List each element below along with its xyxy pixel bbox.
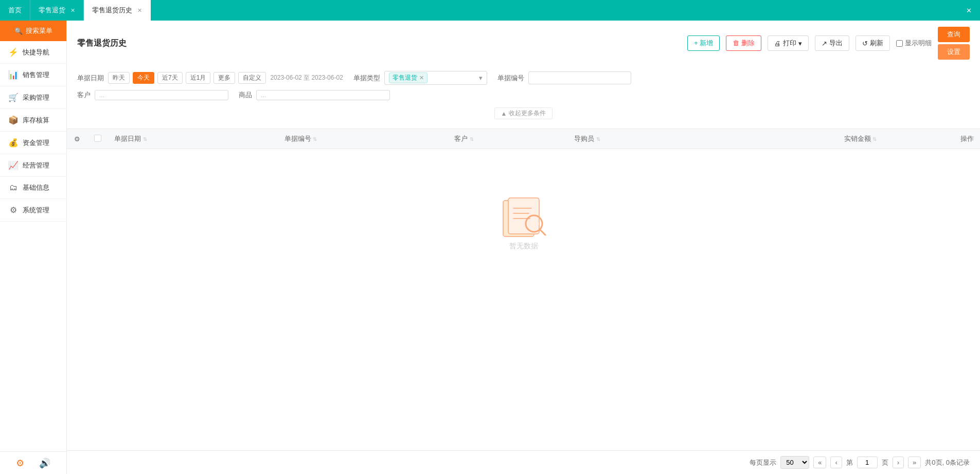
tab-retail-return-history[interactable]: 零售退货历史 ✕ [84,0,151,21]
sidebar-item-operations-label: 经营管理 [23,161,49,170]
date-filter-label: 单据日期 [77,74,104,83]
th-check[interactable] [87,129,108,149]
page-title: 零售退货历史 [77,38,127,49]
sidebar-item-quick-nav-label: 快捷导航 [23,48,49,57]
export-icon: ↗ [822,40,827,47]
total-label: 共0页, 0条记录 [925,458,970,467]
table-body: 暂无数据 [67,149,980,293]
th-customer[interactable]: 客户 [448,129,568,149]
sidebar-item-sales-label: 销售管理 [23,70,49,80]
table-header-row: ⚙ 单据日期 单据编号 客户 [67,129,980,149]
doc-type-input[interactable]: 零售退货 ✕ ▾ [384,71,487,85]
sidebar-item-quick-nav[interactable]: ⚡ 快捷导航 [0,41,66,64]
page-unit: 页 [882,458,888,467]
select-all-checkbox[interactable] [94,135,101,142]
date-btn-today[interactable]: 今天 [133,72,154,84]
refresh-button[interactable]: ↺ 刷新 [856,35,890,51]
tab-retail-return-history-close[interactable]: ✕ [137,7,142,14]
th-doc-date[interactable]: 单据日期 [108,129,278,149]
empty-text: 暂无数据 [509,242,538,251]
sidebar-search-label: 搜索菜单 [26,26,52,35]
show-detail-label: 显示明细 [905,39,932,48]
collapse-icon: ▲ [501,110,507,117]
sidebar: 🔍 搜索菜单 ⚡ 快捷导航 📊 销售管理 🛒 采购管理 📦 库存核算 💰 [0,21,67,474]
volume-icon[interactable]: 🔊 [39,458,50,469]
date-btn-custom[interactable]: 自定义 [238,72,266,84]
last-page-button[interactable]: » [908,457,921,468]
doc-type-tag-close[interactable]: ✕ [419,75,424,81]
date-btn-1month[interactable]: 近1月 [186,72,211,84]
sidebar-item-sys-mgmt[interactable]: ⚙ 系统管理 [0,199,66,222]
doc-number-filter: 单据编号 [497,71,631,84]
collapse-button[interactable]: ▲ 收起更多条件 [494,107,553,119]
sidebar-item-basic-info[interactable]: 🗂 基础信息 [0,177,66,199]
page-number-input[interactable] [857,457,878,468]
search-icon: 🔍 [14,27,23,35]
sidebar-item-purchase-mgmt[interactable]: 🛒 采购管理 [0,86,66,109]
th-actual-amount[interactable]: 实销金额 [713,129,883,149]
doc-number-input[interactable] [528,71,631,84]
tab-home[interactable]: 首页 [0,0,30,21]
goods-label: 商品 [239,90,252,100]
date-btn-more[interactable]: 更多 [213,72,235,84]
date-btn-7days[interactable]: 近7天 [157,72,183,84]
empty-cell: 暂无数据 [67,149,980,293]
th-doc-date-label: 单据日期 [114,135,141,142]
sidebar-item-inventory[interactable]: 📦 库存核算 [0,109,66,132]
operations-icon: 📈 [8,160,19,170]
empty-row: 暂无数据 [67,149,980,293]
settings-button[interactable]: 设置 [938,44,970,60]
sidebar-item-basic-info-label: 基础信息 [23,183,49,192]
th-operation-label: 操作 [960,135,974,142]
date-btn-yesterday[interactable]: 昨天 [108,72,130,84]
th-guide[interactable]: 导购员 [568,129,713,149]
sidebar-item-sales-mgmt[interactable]: 📊 销售管理 [0,64,66,86]
first-page-button[interactable]: « [813,457,826,468]
print-button[interactable]: 🖨 🖨 打印 打印 ▾ [768,35,809,51]
tab-retail-return[interactable]: 零售退货 ✕ [30,0,84,21]
prev-page-button[interactable]: ‹ [830,457,842,468]
next-page-button[interactable]: › [893,457,904,468]
doc-type-tag: 零售退货 ✕ [389,72,427,83]
sidebar-bottom: ⚙ 🔊 [0,451,66,474]
refresh-icon: ↺ [862,40,868,47]
page-label: 第 [846,458,853,467]
basic-info-icon: 🗂 [8,183,19,192]
customer-filter: 客户 ... [77,90,228,100]
query-button[interactable]: 查询 [938,27,970,42]
th-operation: 操作 [883,129,980,149]
delete-button[interactable]: 🗑 删除 [726,35,761,51]
customer-label: 客户 [77,90,91,100]
print-chevron-icon: ▾ [798,40,802,47]
per-page-select[interactable]: 50 10 20 100 [780,456,809,469]
th-gear[interactable]: ⚙ [67,129,87,149]
th-customer-label: 客户 [454,135,468,142]
add-button[interactable]: + 新增 [687,35,720,51]
export-button[interactable]: ↗ 导出 [815,35,849,51]
top-bar: 首页 零售退货 ✕ 零售退货历史 ✕ ✕ [0,0,980,21]
sidebar-menu: ⚡ 快捷导航 📊 销售管理 🛒 采购管理 📦 库存核算 💰 资金管理 📈 [0,41,66,451]
goods-placeholder: ... [261,92,266,99]
th-doc-number[interactable]: 单据编号 [278,129,449,149]
gear-icon[interactable]: ⚙ [74,135,80,143]
tab-retail-return-close[interactable]: ✕ [70,7,75,14]
filter-row-2: 客户 ... 商品 ... [77,90,970,100]
goods-input[interactable]: ... [256,90,390,100]
sidebar-item-operations[interactable]: 📈 经营管理 [0,154,66,177]
sidebar-search[interactable]: 🔍 搜索菜单 [0,21,66,41]
top-bar-close[interactable]: ✕ [966,7,972,14]
tab-list: 首页 零售退货 ✕ 零售退货历史 ✕ [0,0,966,21]
show-detail-checkbox[interactable] [896,40,903,47]
customer-input[interactable]: ... [95,90,228,100]
tab-retail-return-label: 零售退货 [39,6,65,15]
page-title-row: 零售退货历史 + 新增 🗑 删除 🖨 🖨 打印 打印 ▾ ↗ 导出 [77,27,970,60]
customer-placeholder: ... [99,92,104,99]
sales-icon: 📊 [8,70,19,80]
sidebar-item-finance-label: 资金管理 [23,138,49,148]
sidebar-item-finance[interactable]: 💰 资金管理 [0,132,66,154]
show-detail-checkbox-label[interactable]: 显示明细 [896,39,932,48]
sidebar-item-purchase-label: 采购管理 [23,93,49,102]
tab-home-label: 首页 [8,6,22,15]
doc-type-filter: 单据类型 零售退货 ✕ ▾ [353,71,487,85]
settings-bottom-icon[interactable]: ⚙ [16,458,24,469]
